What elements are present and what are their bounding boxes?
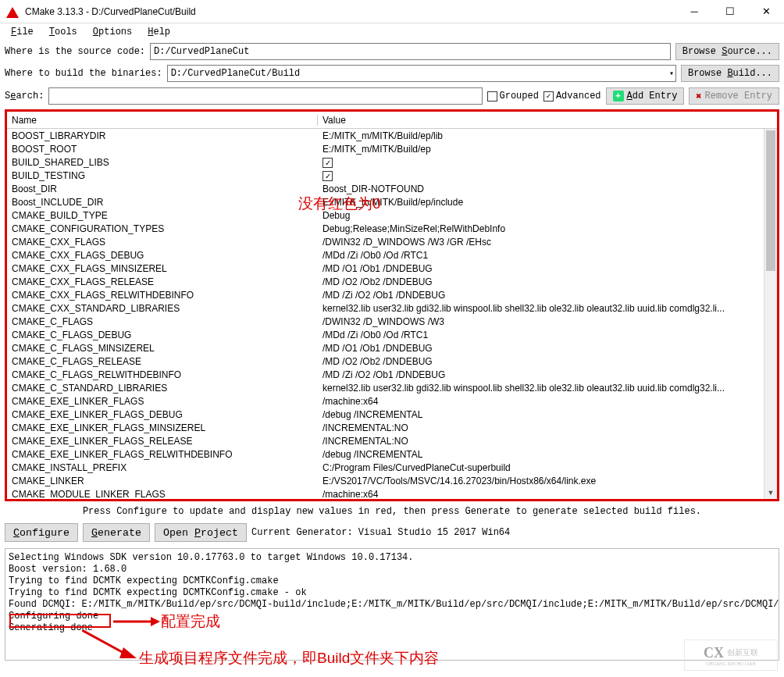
table-row[interactable]: BUILD_SHARED_LIBS✓ (7, 155, 777, 169)
window-title: CMake 3.13.3 - D:/CurvedPlaneCut/Build (25, 6, 676, 17)
browse-source-button[interactable]: Browse Source... (675, 43, 779, 60)
advanced-checkbox[interactable]: ✓ Advanced (543, 91, 601, 102)
cell-name: CMAKE_LINKER (7, 476, 318, 486)
cell-name: BUILD_TESTING (7, 170, 318, 181)
table-row[interactable]: CMAKE_CXX_STANDARD_LIBRARIESkernel32.lib… (7, 301, 777, 315)
cell-value[interactable]: ✓ (318, 157, 777, 168)
cell-name: CMAKE_EXE_LINKER_FLAGS_RELEASE (7, 436, 318, 447)
menu-options[interactable]: Options (87, 25, 138, 39)
cell-value[interactable]: /machine:x64 (318, 396, 777, 407)
table-row[interactable]: CMAKE_CXX_FLAGS/DWIN32 /D_WINDOWS /W3 /G… (7, 235, 777, 248)
cell-value[interactable]: Debug (318, 210, 777, 221)
table-row[interactable]: CMAKE_CXX_FLAGS_DEBUG/MDd /Zi /Ob0 /Od /… (7, 248, 777, 262)
scrollbar-thumb[interactable] (766, 130, 775, 271)
cell-value[interactable]: /MD /Zi /O2 /Ob1 /DNDEBUG (318, 290, 777, 301)
menu-help[interactable]: Help (141, 25, 176, 39)
maximize-button[interactable]: ☐ (712, 0, 748, 23)
grouped-checkbox[interactable]: Grouped (487, 91, 539, 102)
browse-build-button[interactable]: Browse Build... (681, 65, 779, 82)
cell-value[interactable]: /MD /O1 /Ob1 /DNDEBUG (318, 263, 777, 274)
configure-button[interactable]: Configure (5, 523, 78, 542)
cell-value[interactable]: /INCREMENTAL:NO (318, 422, 777, 433)
cell-value[interactable]: /MD /O1 /Ob1 /DNDEBUG (318, 343, 777, 354)
add-entry-button[interactable]: + Add Entry (606, 87, 685, 105)
cell-value[interactable]: /MDd /Zi /Ob0 /Od /RTC1 (318, 330, 777, 340)
table-row[interactable]: CMAKE_C_FLAGS_RELWITHDEBINFO/MD /Zi /O2 … (7, 368, 777, 381)
cell-value[interactable]: /MDd /Zi /Ob0 /Od /RTC1 (318, 250, 777, 261)
table-row[interactable]: CMAKE_C_FLAGS/DWIN32 /D_WINDOWS /W3 (7, 315, 777, 328)
table-row[interactable]: CMAKE_MODULE_LINKER_FLAGS/machine:x64 (7, 487, 777, 499)
table-row[interactable]: BUILD_TESTING✓ (7, 169, 777, 182)
table-row[interactable]: CMAKE_EXE_LINKER_FLAGS_DEBUG/debug /INCR… (7, 408, 777, 421)
table-row[interactable]: CMAKE_BUILD_TYPEDebug (7, 208, 777, 222)
cell-name: CMAKE_EXE_LINKER_FLAGS_MINSIZEREL (7, 422, 318, 433)
table-row[interactable]: CMAKE_EXE_LINKER_FLAGS_RELWITHDEBINFO/de… (7, 447, 777, 461)
checkbox-icon: ✓ (543, 91, 554, 102)
cell-name: CMAKE_CXX_STANDARD_LIBRARIES (7, 303, 318, 314)
table-row[interactable]: CMAKE_C_STANDARD_LIBRARIESkernel32.lib u… (7, 381, 777, 394)
table-row[interactable]: CMAKE_EXE_LINKER_FLAGS_MINSIZEREL/INCREM… (7, 421, 777, 434)
checkbox-icon (487, 91, 497, 102)
table-row[interactable]: Boost_INCLUDE_DIRE:/MITK_m/MITK/Build/ep… (7, 195, 777, 208)
cell-value[interactable]: ✓ (318, 170, 777, 181)
table-row[interactable]: CMAKE_LINKERE:/VS2017/VC/Tools/MSVC/14.1… (7, 474, 777, 487)
action-buttons: Configure Generate Open Project Current … (0, 520, 784, 545)
table-row[interactable]: CMAKE_C_FLAGS_RELEASE/MD /O2 /Ob2 /DNDEB… (7, 355, 777, 368)
table-row[interactable]: CMAKE_CXX_FLAGS_RELWITHDEBINFO/MD /Zi /O… (7, 288, 777, 301)
minimize-button[interactable]: ─ (676, 0, 712, 23)
cell-value[interactable]: E:/VS2017/VC/Tools/MSVC/14.16.27023/bin/… (318, 476, 777, 486)
table-row[interactable]: CMAKE_CONFIGURATION_TYPESDebug;Release;M… (7, 222, 777, 235)
cell-name: CMAKE_CXX_FLAGS (7, 237, 318, 248)
menu-file[interactable]: File (5, 25, 40, 39)
search-input[interactable] (48, 87, 482, 105)
cross-icon: ✖ (696, 91, 701, 102)
cell-name: CMAKE_CXX_FLAGS_MINSIZEREL (7, 263, 318, 274)
source-input[interactable] (150, 43, 671, 60)
chevron-down-icon[interactable]: ▾ (669, 69, 674, 78)
cell-value[interactable]: E:/MITK_m/MITK/Build/ep (318, 144, 777, 155)
menu-tools[interactable]: Tools (43, 25, 84, 39)
source-row: Where is the source code: Browse Source.… (0, 41, 784, 62)
cell-value[interactable]: E:/MITK_m/MITK/Build/ep/include (318, 197, 777, 208)
cell-value[interactable]: /DWIN32 /D_WINDOWS /W3 /GR /EHsc (318, 237, 777, 248)
checkbox-icon[interactable]: ✓ (323, 158, 333, 168)
column-value[interactable]: Value (318, 115, 777, 126)
table-row[interactable]: CMAKE_CXX_FLAGS_RELEASE/MD /O2 /Ob2 /DND… (7, 275, 777, 288)
cell-value[interactable]: E:/MITK_m/MITK/Build/ep/lib (318, 130, 777, 141)
cell-value[interactable]: C:/Program Files/CurvedPlaneCut-superbui… (318, 462, 777, 473)
scroll-down-icon[interactable]: ▼ (764, 486, 777, 499)
build-input[interactable]: D:/CurvedPlaneCut/Build ▾ (167, 65, 676, 82)
cell-value[interactable]: kernel32.lib user32.lib gdi32.lib winspo… (318, 383, 777, 394)
cell-value[interactable]: Boost_DIR-NOTFOUND (318, 184, 777, 194)
output-panel[interactable]: Selecting Windows SDK version 10.0.17763… (5, 548, 779, 661)
checkbox-icon[interactable]: ✓ (323, 171, 333, 181)
cell-value[interactable]: Debug;Release;MinSizeRel;RelWithDebInfo (318, 223, 777, 234)
cell-value[interactable]: /MD /Zi /O2 /Ob1 /DNDEBUG (318, 369, 777, 380)
cell-name: CMAKE_CONFIGURATION_TYPES (7, 223, 318, 234)
table-row[interactable]: CMAKE_INSTALL_PREFIXC:/Program Files/Cur… (7, 461, 777, 474)
table-row[interactable]: CMAKE_EXE_LINKER_FLAGS/machine:x64 (7, 394, 777, 408)
table-row[interactable]: CMAKE_C_FLAGS_DEBUG/MDd /Zi /Ob0 /Od /RT… (7, 328, 777, 341)
cell-value[interactable]: kernel32.lib user32.lib gdi32.lib winspo… (318, 303, 777, 314)
cell-name: CMAKE_EXE_LINKER_FLAGS (7, 396, 318, 407)
table-row[interactable]: BOOST_LIBRARYDIRE:/MITK_m/MITK/Build/ep/… (7, 129, 777, 142)
table-row[interactable]: Boost_DIRBoost_DIR-NOTFOUND (7, 182, 777, 195)
scrollbar[interactable]: ▼ (764, 129, 777, 499)
table-row[interactable]: CMAKE_CXX_FLAGS_MINSIZEREL/MD /O1 /Ob1 /… (7, 262, 777, 275)
column-name[interactable]: Name (7, 115, 318, 126)
cell-value[interactable]: /machine:x64 (318, 489, 777, 500)
table-row[interactable]: CMAKE_C_FLAGS_MINSIZEREL/MD /O1 /Ob1 /DN… (7, 341, 777, 355)
close-button[interactable]: ✕ (748, 0, 784, 23)
cell-value[interactable]: /debug /INCREMENTAL (318, 449, 777, 460)
generate-button[interactable]: Generate (83, 523, 150, 542)
search-label: Search: (5, 91, 44, 102)
cell-value[interactable]: /debug /INCREMENTAL (318, 409, 777, 420)
cell-value[interactable]: /MD /O2 /Ob2 /DNDEBUG (318, 276, 777, 287)
cell-value[interactable]: /MD /O2 /Ob2 /DNDEBUG (318, 356, 777, 367)
table-row[interactable]: BOOST_ROOTE:/MITK_m/MITK/Build/ep (7, 142, 777, 155)
cell-name: CMAKE_C_FLAGS_MINSIZEREL (7, 343, 318, 354)
cell-value[interactable]: /INCREMENTAL:NO (318, 436, 777, 447)
table-row[interactable]: CMAKE_EXE_LINKER_FLAGS_RELEASE/INCREMENT… (7, 434, 777, 447)
open-project-button[interactable]: Open Project (155, 523, 247, 542)
cell-value[interactable]: /DWIN32 /D_WINDOWS /W3 (318, 316, 777, 327)
